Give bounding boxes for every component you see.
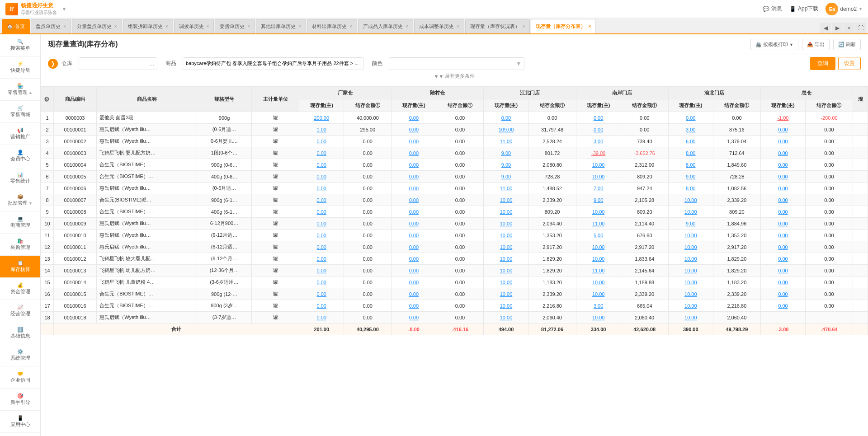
- expand-conditions-btn[interactable]: ▼▼ 展开更多条件: [430, 72, 479, 80]
- row-nb-qty[interactable]: -39.00: [576, 147, 621, 159]
- row-total-qty[interactable]: 0.00: [760, 147, 805, 159]
- row-jb-qty[interactable]: 10.00: [484, 218, 528, 230]
- row-jb-qty[interactable]: 10.00: [484, 253, 528, 265]
- row-nb-qty[interactable]: 10.00: [576, 288, 621, 300]
- row-l-qty[interactable]: 0.00: [392, 288, 436, 300]
- row-l-qty[interactable]: 0.00: [392, 147, 436, 159]
- row-l-qty[interactable]: 0.00: [392, 300, 436, 312]
- row-total-qty[interactable]: 0.00: [760, 218, 805, 230]
- tab-requisition[interactable]: 要货单历史 ×: [215, 19, 255, 33]
- th-settings[interactable]: ⚙: [41, 87, 54, 112]
- row-nb-qty[interactable]: 7.00: [576, 183, 621, 194]
- row-jb-qty[interactable]: 10.00: [484, 241, 528, 253]
- tab-close-btn[interactable]: ×: [457, 24, 459, 29]
- message-btn[interactable]: 💬 消息: [763, 5, 782, 13]
- row-f-qty[interactable]: 0.00: [299, 159, 344, 171]
- product-input[interactable]: [183, 61, 363, 66]
- row-total-qty[interactable]: 0.00: [760, 124, 805, 136]
- row-f-qty[interactable]: 0.00: [299, 136, 344, 147]
- row-nb-qty[interactable]: 0.00: [576, 112, 621, 124]
- row-l-qty[interactable]: 0.00: [392, 253, 436, 265]
- row-jb-qty[interactable]: 10.00: [484, 265, 528, 277]
- row-yb-qty[interactable]: 10.00: [668, 265, 713, 277]
- row-yb-qty[interactable]: 10.00: [668, 230, 713, 241]
- row-jb-qty[interactable]: 9.00: [484, 159, 528, 171]
- row-yb-qty[interactable]: 8.00: [668, 147, 713, 159]
- row-total-qty[interactable]: 0.00: [760, 265, 805, 277]
- row-yb-qty[interactable]: 3.00: [668, 124, 713, 136]
- row-yb-qty[interactable]: 8.00: [668, 183, 713, 194]
- row-l-qty[interactable]: 0.00: [392, 218, 436, 230]
- row-nb-qty[interactable]: 10.00: [576, 253, 621, 265]
- tab-cost-adjust[interactable]: 成本调整单历史 ×: [414, 19, 464, 33]
- row-jb-qty[interactable]: 10.00: [484, 288, 528, 300]
- tab-close-btn[interactable]: ×: [349, 24, 352, 29]
- sidebar-item-purchase[interactable]: 🛍️ 采购管理: [0, 234, 40, 256]
- row-nb-qty[interactable]: 3.00: [576, 300, 621, 312]
- row-f-qty[interactable]: 0.00: [299, 288, 344, 300]
- row-f-qty[interactable]: 0.00: [299, 183, 344, 194]
- query-btn[interactable]: 查询: [810, 57, 835, 70]
- row-jb-qty[interactable]: 10.00: [484, 206, 528, 218]
- filter-toggle-btn[interactable]: ❯: [48, 59, 58, 69]
- row-yb-qty[interactable]: 10.00: [668, 277, 713, 288]
- color-dropdown-icon[interactable]: ▼: [513, 61, 524, 67]
- row-yb-qty[interactable]: 10.00: [668, 253, 713, 265]
- refresh-btn[interactable]: 🔄 刷新: [833, 39, 861, 50]
- settings-icon[interactable]: ⚙: [43, 96, 50, 103]
- row-l-qty[interactable]: 0.00: [392, 159, 436, 171]
- tab-inventory-check[interactable]: 盘点单历史 ×: [31, 19, 71, 33]
- row-nb-qty[interactable]: 10.00: [576, 206, 621, 218]
- row-total-qty[interactable]: 0.00: [760, 194, 805, 206]
- row-total-qty[interactable]: 0.00: [760, 241, 805, 253]
- row-yb-qty[interactable]: 10.00: [668, 300, 713, 312]
- row-total-qty[interactable]: 0.00: [760, 230, 805, 241]
- row-jb-qty[interactable]: 11.00: [484, 183, 528, 194]
- row-total-qty[interactable]: 0.00: [760, 253, 805, 265]
- tab-material-outbound[interactable]: 材料出库单历史 ×: [307, 19, 357, 33]
- sidebar-item-retail-manage[interactable]: 🏪 零售管理 ▲: [0, 79, 40, 101]
- app-download-btn[interactable]: 📱 App下载: [789, 5, 818, 13]
- row-f-qty[interactable]: 0.00: [299, 312, 344, 323]
- sidebar-item-wholesale[interactable]: 📦 批发管理 ▼: [0, 189, 40, 211]
- row-l-qty[interactable]: 0.00: [392, 112, 436, 124]
- sidebar-item-quicknav[interactable]: ⚡ 快捷导航: [0, 56, 40, 79]
- tab-home[interactable]: 🏠 首页: [2, 19, 30, 33]
- row-total-qty[interactable]: 0.00: [760, 183, 805, 194]
- tab-close-btn[interactable]: ×: [298, 24, 301, 29]
- row-total-qty[interactable]: 0.00: [760, 136, 805, 147]
- row-nb-qty[interactable]: 10.00: [576, 241, 621, 253]
- row-f-qty[interactable]: 0.00: [299, 253, 344, 265]
- row-nb-qty[interactable]: 10.00: [576, 159, 621, 171]
- tab-split-inventory[interactable]: 分量盘点单历史 ×: [72, 19, 122, 33]
- sidebar-item-marketing[interactable]: 📢 营销推广: [0, 123, 40, 145]
- row-l-qty[interactable]: 0.00: [392, 136, 436, 147]
- row-l-qty[interactable]: 0.00: [392, 277, 436, 288]
- table-wrap[interactable]: ⚙ 商品编码 商品名称 规格型号 主计量单位 厂家仓 陆村仓 江北门店 南岸门店…: [41, 86, 868, 436]
- row-total-qty[interactable]: 0.00: [760, 277, 805, 288]
- row-nb-qty[interactable]: 9.00: [576, 194, 621, 206]
- row-jb-qty[interactable]: 10.00: [484, 312, 528, 323]
- row-l-qty[interactable]: 0.00: [392, 171, 436, 183]
- sidebar-item-member[interactable]: 👤 会员中心: [0, 145, 40, 167]
- tab-close-btn[interactable]: ×: [523, 24, 525, 29]
- row-yb-qty[interactable]: 10.00: [668, 288, 713, 300]
- row-yb-qty[interactable]: 10.00: [668, 206, 713, 218]
- row-jb-qty[interactable]: 9.00: [484, 171, 528, 183]
- tab-close-btn[interactable]: ×: [247, 24, 250, 29]
- sidebar-item-inventory[interactable]: 📋 库存核算: [0, 256, 40, 278]
- row-yb-qty[interactable]: 10.00: [668, 312, 713, 323]
- tabs-next-btn[interactable]: ▶: [832, 23, 843, 33]
- row-f-qty[interactable]: 0.00: [299, 241, 344, 253]
- row-nb-qty[interactable]: 11.00: [576, 265, 621, 277]
- row-l-qty[interactable]: 0.00: [392, 265, 436, 277]
- row-jb-qty[interactable]: 11.00: [484, 136, 528, 147]
- tab-stock-status[interactable]: 现存量（库存状况表） ×: [465, 19, 530, 33]
- color-input[interactable]: [389, 61, 513, 66]
- row-jb-qty[interactable]: 10.00: [484, 300, 528, 312]
- sidebar-item-apps[interactable]: 📱 应用中心: [0, 411, 40, 433]
- row-yb-qty[interactable]: 8.00: [668, 159, 713, 171]
- row-yb-qty[interactable]: 10.00: [668, 241, 713, 253]
- row-total-qty[interactable]: -1.00: [760, 112, 805, 124]
- row-l-qty[interactable]: 0.00: [392, 241, 436, 253]
